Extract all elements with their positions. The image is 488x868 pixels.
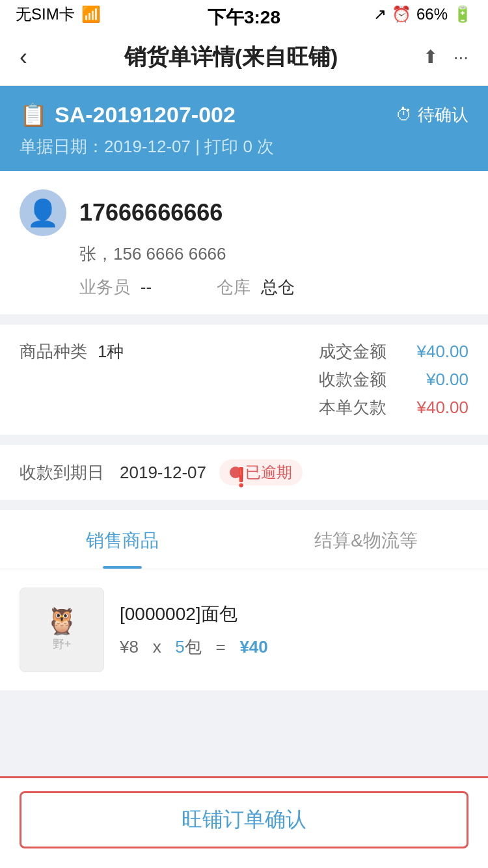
- status-time: 下午3:28: [208, 5, 280, 30]
- sales-person: 业务员 --: [79, 276, 152, 299]
- product-name: [0000002]面包: [120, 602, 468, 627]
- overdue-badge: ❗ 已逾期: [219, 459, 303, 485]
- battery-icon: 🔋: [453, 5, 472, 23]
- due-date-section: 收款到期日 2019-12-07 ❗ 已逾期: [0, 445, 488, 500]
- customer-meta: 业务员 -- 仓库 总仓: [79, 276, 468, 299]
- page-title: 销货单详情(来自旺铺): [59, 42, 403, 72]
- brand-owl-icon: 🦉: [46, 608, 78, 634]
- person-icon: 👤: [27, 198, 59, 228]
- nav-actions: ⬆ ···: [403, 46, 468, 68]
- customer-row: 👤 17666666666: [20, 189, 468, 236]
- avatar: 👤: [20, 189, 66, 236]
- payment-row: 收款金额 ¥0.00: [319, 368, 468, 391]
- status-right: ↗ ⏰ 66% 🔋: [373, 5, 472, 23]
- product-price-row: ¥8 x 5包 = ¥40: [120, 636, 468, 658]
- product-type: 商品种类 1种: [20, 340, 319, 363]
- status-clock-icon: ⏱: [396, 105, 413, 125]
- brand-label: 野+: [53, 636, 72, 652]
- order-icon: 📋: [20, 102, 47, 128]
- wifi-icon: 📶: [81, 5, 101, 23]
- battery-text: 66%: [416, 5, 448, 23]
- customer-section: 👤 17666666666 张，156 6666 6666 业务员 -- 仓库 …: [0, 171, 488, 314]
- confirm-button-wrapper: 旺铺订单确认: [0, 776, 488, 868]
- more-button[interactable]: ···: [454, 47, 468, 68]
- stats-section: 商品种类 1种 成交金额 ¥40.00 收款金额 ¥0.00 本单欠款 ¥40.…: [0, 325, 488, 435]
- back-button[interactable]: ‹: [20, 44, 59, 71]
- share-button[interactable]: ⬆: [423, 46, 438, 68]
- status-bar: 无SIM卡 📶 下午3:28 ↗ ⏰ 66% 🔋: [0, 0, 488, 29]
- nav-bar: ‹ 销货单详情(来自旺铺) ⬆ ···: [0, 29, 488, 86]
- alarm-icon: ⏰: [392, 5, 411, 23]
- product-thumbnail: 🦉 野+: [20, 588, 104, 672]
- order-header-top: 📋 SA-20191207-002 ⏱ 待确认: [20, 102, 468, 128]
- deal-amount-row: 成交金额 ¥40.00: [319, 340, 468, 363]
- order-header: 📋 SA-20191207-002 ⏱ 待确认 单据日期：2019-12-07 …: [0, 86, 488, 171]
- order-number: 📋 SA-20191207-002: [20, 102, 236, 128]
- carrier-wifi: 无SIM卡 📶: [16, 4, 101, 25]
- customer-phone: 17666666666: [79, 199, 223, 226]
- product-info: [0000002]面包 ¥8 x 5包 = ¥40: [120, 602, 468, 658]
- order-date-row: 单据日期：2019-12-07 | 打印 0 次: [20, 135, 468, 158]
- tabs: 销售商品 结算&物流等: [0, 510, 488, 569]
- tab-settlement[interactable]: 结算&物流等: [244, 510, 488, 569]
- product-section: 🦉 野+ [0000002]面包 ¥8 x 5包 = ¥40: [0, 569, 488, 690]
- owed-row: 本单欠款 ¥40.00: [319, 396, 468, 419]
- customer-sub: 张，156 6666 6666: [79, 243, 468, 265]
- confirm-order-button[interactable]: 旺铺订单确认: [20, 791, 468, 848]
- carrier-text: 无SIM卡: [16, 4, 75, 25]
- warehouse: 仓库 总仓: [217, 276, 295, 299]
- order-status: ⏱ 待确认: [396, 103, 468, 126]
- thumb-inner: 🦉 野+: [46, 608, 78, 652]
- overdue-dot-icon: ❗: [230, 467, 241, 478]
- amount-stats: 成交金额 ¥40.00 收款金额 ¥0.00 本单欠款 ¥40.00: [319, 340, 468, 419]
- tab-sales-products[interactable]: 销售商品: [0, 510, 244, 569]
- location-icon: ↗: [373, 5, 386, 23]
